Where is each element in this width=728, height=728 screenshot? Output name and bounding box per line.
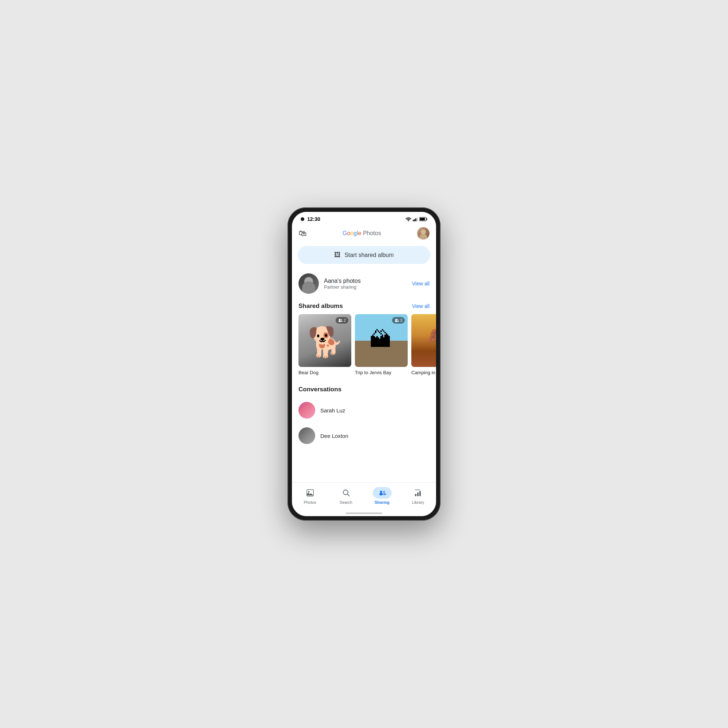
partner-sharing-section: Aana's photos Partner sharing View all: [292, 271, 436, 300]
svg-point-0: [408, 220, 409, 221]
status-bar: 12:30: [292, 212, 436, 224]
status-icons: [405, 217, 427, 221]
shared-album-btn-label: Start shared album: [344, 252, 393, 258]
partner-subtitle: Partner sharing: [324, 284, 407, 290]
svg-rect-4: [417, 218, 418, 221]
album-thumb-jervis-bay: 3: [355, 314, 408, 367]
shared-albums-title: Shared albums: [298, 303, 343, 310]
partner-avatar-body: [302, 281, 315, 294]
svg-rect-1: [413, 220, 414, 221]
svg-point-11: [341, 321, 343, 322]
nav-library-label: Library: [412, 500, 424, 505]
nav-photos-icon-wrap: [301, 487, 320, 499]
group-icon-2: [395, 318, 399, 322]
app-header: 🛍 Google Photos: [292, 224, 436, 243]
svg-point-8: [339, 319, 340, 320]
nav-item-sharing[interactable]: Sharing: [364, 486, 400, 506]
partner-avatar: [298, 273, 319, 294]
convo-name-dee: Dee Loxton: [320, 433, 348, 439]
main-scroll-content: 🖼 Start shared album Aana's photos Partn…: [292, 243, 436, 482]
shared-album-icon: 🖼: [334, 251, 341, 259]
svg-point-12: [395, 319, 397, 320]
shared-albums-view-all-link[interactable]: View all: [412, 303, 430, 309]
convo-avatar-sarah: [298, 402, 315, 419]
home-indicator: [292, 511, 436, 516]
album-member-count-2: 3: [400, 318, 402, 323]
nav-sharing-icon-wrap: [373, 487, 392, 499]
photos-nav-icon: [306, 489, 314, 497]
nav-item-search[interactable]: Search: [328, 486, 364, 506]
nav-library-icon-wrap: [409, 487, 428, 499]
camera-dot: [301, 217, 304, 221]
svg-rect-27: [415, 489, 420, 490]
nav-search-icon-wrap: [337, 487, 356, 499]
search-nav-icon: [342, 489, 350, 497]
svg-point-14: [397, 319, 399, 320]
library-nav-icon: [414, 489, 422, 497]
svg-rect-7: [420, 218, 425, 220]
logo-photos-word: Photos: [361, 230, 381, 236]
svg-rect-24: [415, 494, 416, 496]
conversations-title: Conversations: [298, 386, 341, 393]
nav-item-library[interactable]: Library: [400, 486, 436, 506]
album-item-camping-wicklow[interactable]: Camping in Wicklow: [411, 314, 436, 376]
phone-screen: 12:30: [292, 212, 436, 516]
battery-icon: [419, 217, 427, 221]
album-thumb-camping: [411, 314, 436, 367]
svg-point-10: [341, 319, 342, 320]
album-item-jervis-bay[interactable]: 3 Trip to Jervis Bay: [355, 314, 408, 376]
svg-rect-3: [415, 219, 416, 221]
status-time-group: 12:30: [301, 216, 320, 222]
partner-view-all-link[interactable]: View all: [412, 281, 430, 286]
conversations-section: Conversations Sarah Luz Dee Loxton: [292, 383, 436, 452]
svg-point-20: [380, 491, 382, 493]
shared-albums-header: Shared albums View all: [292, 300, 436, 314]
start-shared-album-button[interactable]: 🖼 Start shared album: [298, 246, 430, 264]
convo-avatar-dee: [298, 427, 315, 444]
svg-point-23: [383, 493, 386, 496]
album-thumb-bear-dog: 2: [298, 314, 351, 367]
svg-rect-2: [414, 219, 415, 221]
nav-sharing-label: Sharing: [375, 500, 390, 505]
phone-device: 12:30: [288, 208, 440, 520]
svg-rect-26: [419, 491, 421, 496]
partner-info: Aana's photos Partner sharing: [324, 278, 407, 290]
nav-search-label: Search: [340, 500, 352, 505]
user-avatar[interactable]: [417, 227, 430, 240]
conversations-header: Conversations: [292, 383, 436, 398]
convo-name-sarah: Sarah Luz: [320, 407, 345, 413]
album-label-3: Camping in Wicklow: [411, 370, 436, 375]
album-members-badge-1: 2: [336, 317, 348, 324]
svg-point-13: [395, 320, 397, 322]
home-bar: [346, 512, 382, 514]
albums-scroll-container: 2 Bear Dog: [292, 314, 436, 376]
logo-letter-g: G: [343, 230, 347, 236]
svg-line-19: [347, 494, 349, 497]
conversation-item-sarah[interactable]: Sarah Luz: [292, 398, 436, 423]
album-label-2: Trip to Jervis Bay: [355, 370, 391, 375]
group-icon-1: [338, 318, 343, 322]
signal-icon: [413, 217, 418, 221]
shop-icon[interactable]: 🛍: [298, 229, 306, 238]
nav-item-photos[interactable]: Photos: [292, 486, 328, 506]
partner-name: Aana's photos: [324, 278, 407, 284]
svg-point-17: [308, 491, 309, 492]
album-members-badge-2: 3: [392, 317, 405, 324]
svg-point-9: [338, 320, 341, 322]
google-photos-logo: Google Photos: [343, 230, 381, 237]
svg-point-21: [379, 493, 383, 496]
album-item-bear-dog[interactable]: 2 Bear Dog: [298, 314, 351, 376]
wifi-icon: [405, 217, 411, 221]
logo-letter-g2: g: [353, 230, 357, 236]
album-member-count-1: 2: [344, 318, 346, 323]
nav-photos-label: Photos: [304, 500, 316, 505]
logo-letter-o2: o: [350, 230, 353, 236]
status-time-label: 12:30: [307, 216, 320, 222]
conversation-item-dee[interactable]: Dee Loxton: [292, 423, 436, 448]
svg-point-22: [383, 491, 385, 493]
svg-rect-25: [417, 492, 419, 496]
album-label-1: Bear Dog: [298, 370, 318, 375]
svg-rect-6: [427, 219, 427, 220]
bottom-nav: Photos Search: [292, 482, 436, 511]
svg-point-18: [343, 490, 348, 495]
